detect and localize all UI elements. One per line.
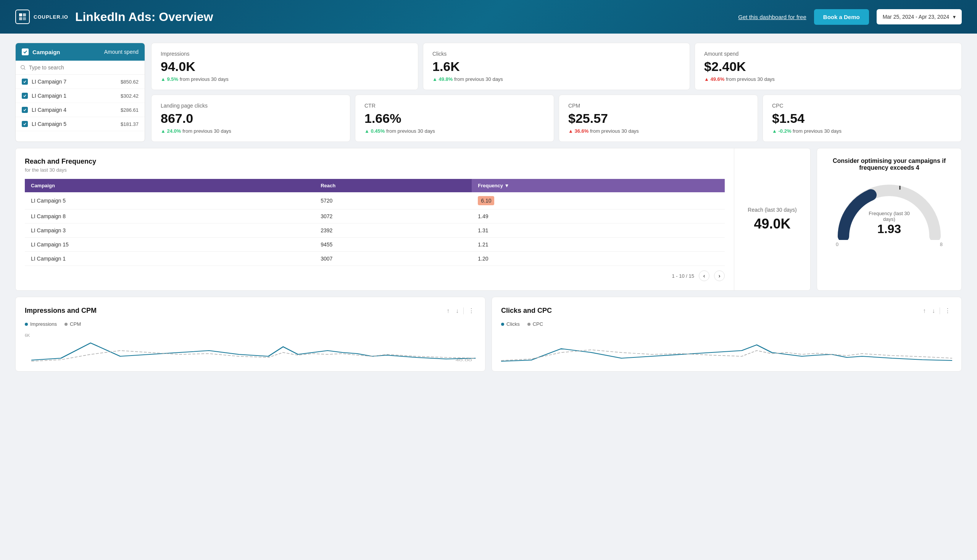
chart-more-button-2[interactable]: ⋮ (943, 306, 952, 315)
campaign-search-input[interactable] (29, 65, 140, 70)
impressions-card: Impressions 94.0K ▲ 9.5% from previous 3… (151, 43, 418, 90)
clicks-cpc-chart-area (501, 332, 952, 362)
get-dashboard-link[interactable]: Get this dashboard for free (738, 14, 806, 20)
table-cell-reach: 3072 (314, 210, 472, 223)
impressions-change-text: from previous 30 days (180, 76, 229, 82)
table-header-frequency: Frequency ▼ (472, 179, 725, 192)
gauge-range: 0 8 (836, 242, 943, 247)
table-header-campaign: Campaign (25, 179, 314, 192)
kpi-row-1: Impressions 94.0K ▲ 9.5% from previous 3… (151, 43, 962, 90)
chart-sort-up-button-2[interactable]: ↑ (921, 307, 927, 315)
campaign-panel-header: Campaign Amount spend (16, 43, 145, 61)
list-item[interactable]: LI Campaign 5 $181.37 (16, 117, 145, 131)
clicks-change: ▲ 49.8% from previous 30 days (433, 76, 680, 82)
impressions-change: ▲ 9.5% from previous 30 days (161, 76, 409, 82)
reach-frequency-table: Campaign Reach Frequency ▼ LI Campaign 5… (25, 179, 725, 266)
svg-text:40.00: 40.00 (456, 358, 473, 362)
campaign-search-box[interactable] (16, 61, 145, 75)
svg-line-5 (24, 69, 25, 70)
book-demo-button[interactable]: Book a Demo (814, 9, 869, 25)
gauge-min: 0 (836, 242, 838, 247)
svg-rect-3 (23, 17, 26, 20)
gauge-value: 1.93 (862, 222, 916, 236)
campaign-header-left: Campaign (22, 48, 60, 55)
campaign-checkbox[interactable] (22, 121, 28, 127)
gauge-chart: Frequency (last 30 days) 1.93 (836, 179, 943, 240)
impressions-label: Impressions (161, 51, 409, 57)
cpc-change: ▲ -0.2% from previous 30 days (772, 128, 952, 134)
gauge-value-container: Frequency (last 30 days) 1.93 (862, 210, 916, 236)
campaign-checkbox[interactable] (22, 107, 28, 113)
legend-cpm-dot (65, 323, 68, 326)
pagination-prev-button[interactable]: ‹ (699, 270, 710, 281)
legend-cpc-label: CPC (533, 321, 543, 327)
svg-rect-0 (19, 13, 22, 17)
legend-clicks: Clicks (501, 321, 520, 327)
table-cell-frequency: 1.21 (472, 238, 725, 252)
app-header: COUPLER.IO LinkedIn Ads: Overview Get th… (0, 0, 977, 33)
logo: COUPLER.IO (15, 10, 68, 24)
date-range-picker[interactable]: Mar 25, 2024 - Apr 23, 2024 ▾ (877, 9, 962, 24)
campaign-name: LI Campaign 5 (32, 121, 67, 127)
table-pagination: 1 - 10 / 15 ‹ › (25, 270, 725, 281)
table-row: LI Campaign 5 5720 6.10 (25, 192, 725, 210)
table-cell-reach: 9455 (314, 238, 472, 252)
legend-impressions-label: Impressions (30, 321, 57, 327)
amount-spend-card: Amount spend $2.40K ▲ 49.6% from previou… (695, 43, 962, 90)
chart-divider-2 (940, 307, 940, 314)
chart-sort-down-button-2[interactable]: ↓ (930, 307, 937, 315)
ctr-label: CTR (364, 103, 544, 109)
pagination-next-button[interactable]: › (714, 270, 725, 281)
header-left: COUPLER.IO LinkedIn Ads: Overview (15, 10, 213, 24)
gauge-title: Consider optimising your campaigns if fr… (826, 158, 952, 171)
table-cell-campaign: LI Campaign 3 (25, 223, 314, 238)
campaign-all-checkbox[interactable] (22, 48, 28, 55)
landing-page-clicks-label: Landing page clicks (161, 103, 341, 109)
list-item[interactable]: LI Campaign 1 $302.42 (16, 89, 145, 103)
page-title: LinkedIn Ads: Overview (75, 10, 213, 24)
list-item[interactable]: LI Campaign 4 $286.61 (16, 103, 145, 117)
table-cell-campaign: LI Campaign 8 (25, 210, 314, 223)
cpc-label: CPC (772, 103, 952, 109)
reach-metric-label: Reach (last 30 days) (748, 207, 797, 213)
chart-y-label: 6K (25, 332, 30, 338)
campaign-checkbox[interactable] (22, 93, 28, 99)
amount-spend-label: Amount spend (704, 51, 952, 57)
kpi-section: Impressions 94.0K ▲ 9.5% from previous 3… (151, 43, 962, 142)
chart-sort-down-button[interactable]: ↓ (454, 307, 460, 315)
campaign-name: LI Campaign 7 (32, 78, 67, 85)
impressions-value: 94.0K (161, 59, 409, 74)
legend-impressions-dot (25, 323, 28, 326)
table-cell-frequency: 6.10 (472, 192, 725, 210)
ctr-value: 1.66% (364, 111, 544, 126)
campaign-checkbox[interactable] (22, 78, 28, 85)
chart-actions-2: ↑ ↓ ⋮ (921, 306, 952, 315)
table-cell-frequency: 1.49 (472, 210, 725, 223)
header-right: Get this dashboard for free Book a Demo … (738, 9, 962, 25)
table-cell-frequency: 1.20 (472, 252, 725, 266)
chart-sort-up-button[interactable]: ↑ (445, 307, 451, 315)
clicks-change-text: from previous 30 days (454, 76, 503, 82)
clicks-cpc-chart-title: Clicks and CPC (501, 307, 552, 315)
campaign-name: LI Campaign 4 (32, 107, 67, 113)
legend-impressions: Impressions (25, 321, 57, 327)
top-row: Campaign Amount spend LI (15, 43, 962, 142)
svg-rect-2 (19, 17, 22, 20)
reach-metric-panel: Reach (last 30 days) 49.0K (734, 148, 810, 290)
table-row: LI Campaign 3 2392 1.31 (25, 223, 725, 238)
ctr-change: ▲ 0.45% from previous 30 days (364, 128, 544, 134)
main-content: Campaign Amount spend LI (0, 33, 977, 381)
list-item[interactable]: LI Campaign 7 $850.62 (16, 75, 145, 89)
chart-more-button[interactable]: ⋮ (467, 306, 476, 315)
gauge-panel: Consider optimising your campaigns if fr… (817, 148, 962, 291)
logo-text: COUPLER.IO (33, 14, 68, 20)
clicks-value: 1.6K (433, 59, 680, 74)
amount-spend-change: ▲ 49.6% from previous 30 days (704, 76, 952, 82)
table-row: LI Campaign 8 3072 1.49 (25, 210, 725, 223)
table-cell-reach: 5720 (314, 192, 472, 210)
chart-legend-2: Clicks CPC (501, 321, 952, 327)
ctr-card: CTR 1.66% ▲ 0.45% from previous 30 days (355, 95, 554, 142)
landing-page-clicks-value: 867.0 (161, 111, 341, 126)
legend-cpm: CPM (65, 321, 81, 327)
cpm-card: CPM $25.57 ▲ 36.6% from previous 30 days (559, 95, 758, 142)
